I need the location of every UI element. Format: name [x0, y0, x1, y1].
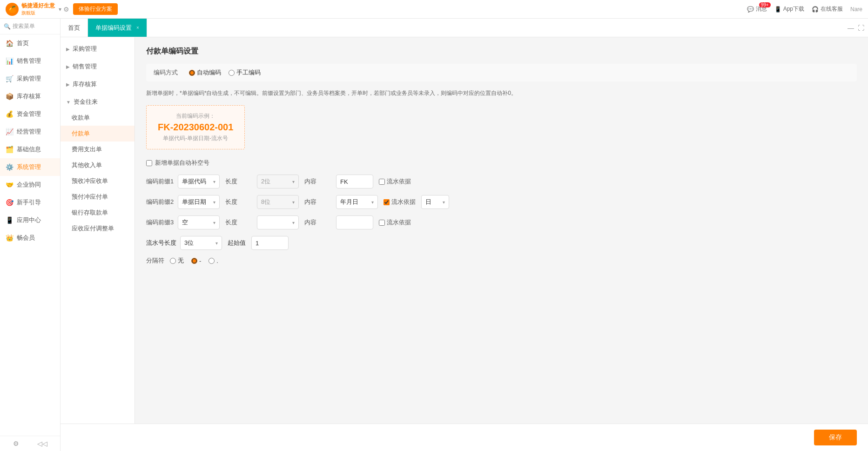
subnav-inventory-label: 库存核算 — [73, 80, 97, 88]
auto-encoding-option[interactable]: 自动编码 — [189, 68, 221, 77]
home-icon: 🏠 — [6, 40, 13, 47]
subnav-item-payment[interactable]: 付款单 — [61, 126, 135, 141]
sidebar-basic-info-label: 基础信息 — [17, 145, 41, 154]
prefix2-value: 单据日期 — [182, 198, 206, 206]
subnav-item-receipt[interactable]: 收款单 — [61, 110, 135, 126]
encoding-method-row: 编码方式 自动编码 手工编码 — [146, 64, 857, 81]
subnav-item-other-income[interactable]: 其他收入单 — [61, 157, 135, 173]
sidebar-search[interactable]: 🔍 搜索菜单 — [0, 19, 60, 34]
start-value-label: 起始值 — [228, 239, 246, 247]
separator-label: 分隔符 — [146, 256, 164, 265]
top-bar-right: 💬 消息 99+ 📱 App下载 🎧 在线客服 Nare — [747, 5, 862, 13]
settings-bottom-icon[interactable]: ⚙ — [13, 440, 19, 447]
prefix2-select[interactable]: 单据日期 ▾ — [178, 195, 220, 209]
sep-dash-option[interactable]: - — [191, 257, 201, 264]
subnav-item-bank[interactable]: 银行存取款单 — [61, 205, 135, 221]
save-button[interactable]: 保存 — [814, 430, 857, 445]
auto-fill-checkbox[interactable] — [146, 160, 152, 166]
prefix-row-2: 编码前缀2 单据日期 ▾ 长度 8位 ▾ 内容 — [146, 195, 857, 209]
messages-btn[interactable]: 💬 消息 99+ — [747, 5, 767, 13]
length1-arrow-icon: ▾ — [292, 179, 295, 184]
collapse-icon[interactable]: ◁◁ — [37, 440, 47, 447]
app-download-btn[interactable]: 📱 App下载 — [774, 5, 804, 13]
sidebar-finance-label: 资金管理 — [17, 110, 41, 118]
prefix-row-3: 编码前缀3 空 ▾ 长度 ▾ 内容 — [146, 215, 857, 229]
manual-encoding-radio[interactable] — [229, 70, 235, 76]
online-service-btn[interactable]: 🎧 在线客服 — [812, 5, 843, 13]
flow-unit-select[interactable]: 日 ▾ — [421, 195, 449, 209]
subnav-funds-title[interactable]: ▼ 资金往来 — [61, 94, 135, 110]
length3-select[interactable]: ▾ — [257, 215, 299, 229]
sidebar-item-home[interactable]: 🏠 首页 — [0, 34, 60, 52]
tab-encoding[interactable]: 单据编码设置 × — [88, 19, 147, 37]
prefix1-select[interactable]: 单据代码 ▾ — [178, 175, 220, 188]
sidebar-item-app-center[interactable]: 📱 应用中心 — [0, 211, 60, 229]
subnav-purchase-title[interactable]: ▶ 采购管理 — [61, 41, 135, 57]
content1-group: 内容 — [304, 175, 373, 188]
tab-close-icon[interactable]: × — [136, 25, 139, 30]
content2-select[interactable]: 年月日 ▾ — [336, 195, 378, 209]
two-col-layout: ▶ 采购管理 ▶ 销售管理 ▶ 库存核算 — [61, 37, 868, 424]
sidebar: 🔍 搜索菜单 🏠 首页 📊 销售管理 🛒 采购管理 📦 库存核算 💰 资金管理 … — [0, 19, 61, 451]
sep-dash-label: - — [199, 257, 201, 264]
flow-checkbox-2[interactable]: 流水依据 — [384, 198, 416, 206]
subnav-item-ar-ap-adjust[interactable]: 应收应付调整单 — [61, 221, 135, 236]
subnav-item-expense[interactable]: 费用支出单 — [61, 141, 135, 157]
nav-arrow[interactable]: ▾ — [59, 6, 61, 13]
flow-length-select[interactable]: 3位 ▾ — [180, 236, 222, 250]
flow-check-1[interactable] — [379, 179, 385, 185]
prefix3-select[interactable]: 空 ▾ — [178, 215, 220, 229]
sidebar-item-guide[interactable]: 🎯 新手引导 — [0, 194, 60, 211]
flow-check-2[interactable] — [384, 199, 390, 205]
app-center-icon: 📱 — [6, 216, 13, 224]
prefix2-arrow-icon: ▾ — [213, 200, 215, 205]
subnav-item-advance-offset[interactable]: 预付冲应付单 — [61, 189, 135, 205]
content1-input[interactable] — [336, 175, 373, 188]
content2-value: 年月日 — [340, 198, 358, 206]
user-name[interactable]: Nare — [850, 6, 862, 13]
subnav-inventory-title[interactable]: ▶ 库存核算 — [61, 76, 135, 92]
sidebar-item-cooperation[interactable]: 🤝 企业协同 — [0, 176, 60, 194]
prefix1-label: 编码前缀1 — [146, 177, 174, 186]
sidebar-item-system[interactable]: ⚙️ 系统管理 — [0, 158, 60, 176]
start-value-input[interactable] — [251, 236, 289, 250]
auto-encoding-radio[interactable] — [189, 70, 195, 76]
sidebar-purchase-label: 采购管理 — [17, 74, 41, 83]
length1-label: 长度 — [225, 177, 253, 186]
auto-fill-row: 新增单据自动补空号 — [146, 159, 857, 167]
sep-dot-radio[interactable] — [209, 258, 215, 264]
sidebar-item-operations[interactable]: 📈 经营管理 — [0, 123, 60, 141]
sidebar-item-member[interactable]: 👑 畅会员 — [0, 229, 60, 247]
sidebar-item-basic-info[interactable]: 🗂️ 基础信息 — [0, 141, 60, 158]
sidebar-item-purchase[interactable]: 🛒 采购管理 — [0, 70, 60, 88]
sep-dash-radio[interactable] — [191, 258, 197, 264]
tab-minimize-icon[interactable]: — — [848, 24, 854, 32]
sep-dot-option[interactable]: . — [209, 257, 218, 264]
trial-button[interactable]: 体验行业方案 — [73, 3, 118, 15]
subnav-sales-title[interactable]: ▶ 销售管理 — [61, 59, 135, 74]
length2-group: 长度 8位 ▾ — [225, 195, 299, 209]
flow-checkbox-1[interactable]: 流水依据 — [379, 177, 411, 186]
tab-home[interactable]: 首页 — [61, 19, 88, 37]
length3-label: 长度 — [225, 218, 253, 227]
sidebar-item-sales[interactable]: 📊 销售管理 — [0, 52, 60, 70]
chevron-right-icon-2: ▶ — [66, 64, 70, 69]
manual-encoding-option[interactable]: 手工编码 — [229, 68, 261, 77]
content3-input[interactable] — [336, 215, 373, 229]
flow-checkbox-3[interactable]: 流水依据 — [379, 218, 411, 227]
settings-icon[interactable]: ⚙ — [63, 6, 69, 13]
flow-unit-value: 日 — [425, 198, 431, 206]
length3-group: 长度 ▾ — [225, 215, 299, 229]
manual-encoding-label: 手工编码 — [236, 68, 261, 77]
sidebar-item-inventory[interactable]: 📦 库存核算 — [0, 88, 60, 105]
sidebar-item-finance[interactable]: 💰 资金管理 — [0, 105, 60, 123]
sep-none-radio[interactable] — [170, 258, 176, 264]
form-area: 付款单编码设置 编码方式 自动编码 手工编码 — [135, 37, 868, 424]
sep-none-option[interactable]: 无 — [170, 256, 184, 265]
tab-maximize-icon[interactable]: ⛶ — [858, 24, 864, 32]
prefix2-label: 编码前缀2 — [146, 198, 174, 206]
sidebar-home-label: 首页 — [17, 39, 29, 47]
prefix-row-1: 编码前缀1 单据代码 ▾ 长度 2位 ▾ 内容 — [146, 175, 857, 188]
flow-check-3[interactable] — [379, 220, 385, 226]
subnav-item-prepay-offset[interactable]: 预收冲应收单 — [61, 173, 135, 189]
